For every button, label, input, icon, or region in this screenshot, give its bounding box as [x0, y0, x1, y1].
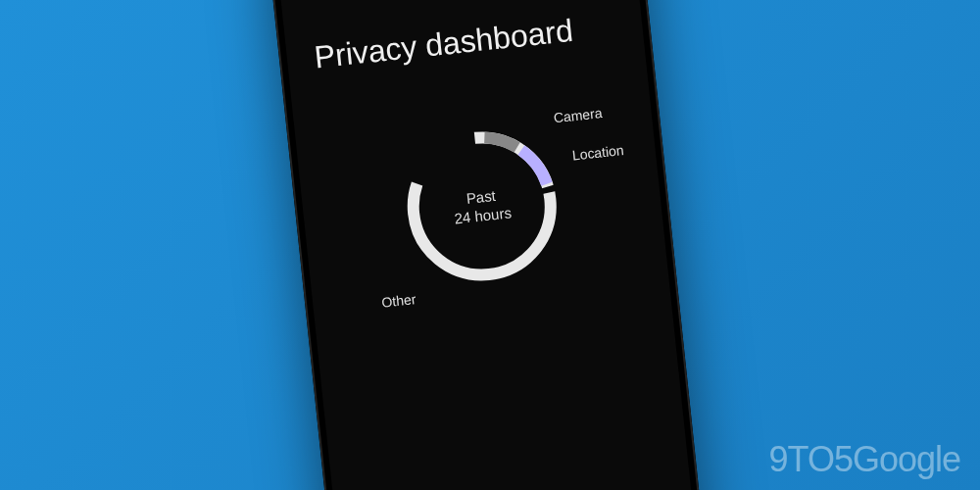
- chart-label-other[interactable]: Other: [381, 291, 416, 311]
- phone-screen: 12:55 Privacy dashboard: [273, 0, 707, 490]
- donut-chart: Past 24 hours Camera Location Other: [291, 61, 672, 352]
- back-button[interactable]: [298, 0, 323, 2]
- chart-label-camera[interactable]: Camera: [553, 105, 603, 125]
- donut-center-label: Past 24 hours: [390, 115, 573, 298]
- watermark: 9TO5Google: [769, 439, 960, 480]
- chart-label-location[interactable]: Location: [571, 142, 624, 163]
- center-line2: 24 hours: [454, 203, 513, 227]
- phone-frame: 12:55 Privacy dashboard: [265, 0, 714, 490]
